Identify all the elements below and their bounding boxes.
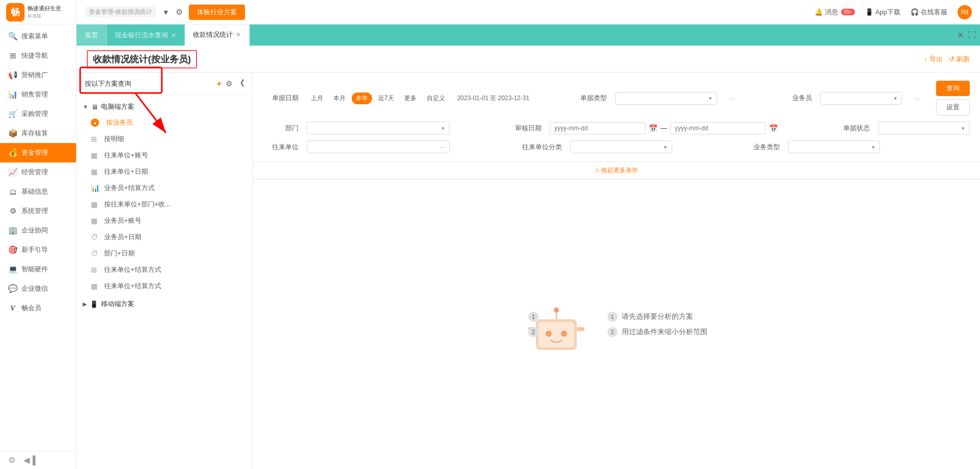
sidebar-item-system[interactable]: ⚙ 系统管理 — [0, 201, 76, 221]
panel-collapse-icon[interactable]: 《 — [236, 79, 244, 88]
tab-receipts-close-icon[interactable]: ✕ — [236, 31, 241, 38]
sidebar-item-quicknav[interactable]: ⊞ 快捷导航 — [0, 46, 76, 65]
tip-number-1: 1 — [607, 312, 618, 322]
scheme-item-sales-date[interactable]: ⏱ 业务员+日期 — [77, 229, 252, 245]
doc-type-more-icon[interactable]: ··· — [729, 95, 735, 102]
logo-name: 畅捷通好生意 — [28, 5, 61, 12]
unit-settlement2-icon: ▦ — [91, 282, 100, 290]
review-date-to-input[interactable] — [670, 122, 766, 134]
sidebar-item-purchase[interactable]: 🛒 采购管理 — [0, 104, 76, 124]
date-tab-custom[interactable]: 自定义 — [423, 92, 449, 104]
sidebar-item-wechat[interactable]: 💬 企业微信 — [0, 279, 76, 298]
scheme-item-unit-date-label: 往来单位+日期 — [104, 167, 148, 176]
review-date-from-input[interactable] — [550, 122, 646, 134]
doc-status-select[interactable] — [878, 122, 970, 134]
collapse-bar[interactable]: ∧ 收起更多条件 — [253, 162, 980, 179]
sidebar-bottom: ⚙ ◀▐ — [0, 451, 76, 469]
scheme-item-unit-settlement1[interactable]: ⊞ 往来单位+结算方式 — [77, 262, 252, 278]
sidebar-item-hardware[interactable]: 💻 智能硬件 — [0, 260, 76, 279]
mobile-group-header[interactable]: ▶ 📱 移动端方案 — [77, 296, 252, 312]
scheme-section: ▼ 🖥 电脑端方案 ● 按业务员 ⊞ 按明细 ▦ 往来单位+账号 — [77, 95, 252, 318]
sidebar-item-label: 营销推广 — [21, 71, 48, 80]
online-service-action[interactable]: 🎧 在线客服 — [911, 8, 947, 17]
desktop-group-arrow-icon: ▼ — [83, 104, 88, 110]
export-button[interactable]: ↑ 导出 — [924, 55, 943, 64]
sidebar-item-basic[interactable]: 🗂 基础信息 — [0, 182, 76, 201]
tip-2-text: 用过滤条件来缩小分析范围 — [622, 327, 707, 337]
scheme-item-by-detail[interactable]: ⊞ 按明细 — [77, 131, 252, 147]
header-settings-icon[interactable]: ⚙ — [176, 7, 183, 17]
right-panel: 单据日期 上月 本月 本年 近7天 更多 自定义 2023-01-01 至 20… — [253, 73, 980, 469]
notifications-label: 消息 — [825, 8, 838, 17]
logo-icon: 畅 — [6, 3, 24, 21]
sidebar-item-inventory[interactable]: 📦 库存核算 — [0, 124, 76, 143]
partner-category-label: 往来单位分类 — [522, 143, 562, 152]
sidebar-item-finance[interactable]: 💰 资金管理 — [0, 143, 76, 162]
sales-settlement-icon: 📊 — [91, 184, 100, 192]
scheme-item-unit-account[interactable]: ▦ 往来单位+账号 — [77, 147, 252, 163]
scheme-item-unit-dept-recv[interactable]: ▦ 按往来单位+部门+收... — [77, 196, 252, 213]
tab-home[interactable]: 首页 — [77, 25, 107, 46]
scheme-item-sales-account[interactable]: ▦ 业务员+账号 — [77, 213, 252, 229]
sidebar-item-label: 搜索菜单 — [21, 32, 48, 41]
scheme-settings-icon[interactable]: ⚙ — [226, 79, 232, 88]
collapse-sidebar-icon[interactable]: ◀▐ — [23, 455, 35, 465]
export-icon: ↑ — [924, 55, 928, 63]
scheme-item-dept-date-label: 部门+日期 — [104, 249, 135, 258]
biz-type-select[interactable] — [788, 140, 880, 153]
scheme-item-by-salesperson[interactable]: ● 按业务员 — [77, 114, 252, 131]
sidebar-item-label: 畅会员 — [21, 303, 41, 313]
content-area: 按以下方案查询 + ⚙ 《 ▼ 🖥 电脑端方案 ● — [77, 73, 980, 469]
scheme-item-dept-date[interactable]: ⏱ 部门+日期 — [77, 245, 252, 262]
partner-more-icon[interactable]: ··· — [439, 143, 445, 151]
doc-type-select[interactable] — [615, 92, 717, 105]
query-button[interactable]: 查询 — [936, 81, 970, 96]
refresh-button[interactable]: ↺ 刷新 — [949, 55, 970, 64]
doc-status-select-wrapper — [878, 122, 970, 134]
scheme-item-unit-settlement2[interactable]: ▦ 往来单位+结算方式 — [77, 278, 252, 294]
sidebar-item-sales[interactable]: 📊 销售管理 — [0, 85, 76, 104]
tab-bank-close-icon[interactable]: ✕ — [171, 32, 176, 39]
date-tab-last-month[interactable]: 上月 — [307, 92, 327, 104]
scheme-item-sales-settlement[interactable]: 📊 业务员+结算方式 — [77, 180, 252, 196]
svg-text:2: 2 — [531, 329, 535, 336]
partner-category-select[interactable] — [570, 140, 672, 153]
dept-select[interactable] — [307, 122, 450, 134]
tab-receipts[interactable]: 收款情况统计 ✕ — [185, 25, 250, 46]
breadcrumb-dropdown-icon[interactable]: ▼ — [162, 8, 169, 16]
desktop-group-header[interactable]: ▼ 🖥 电脑端方案 — [77, 99, 252, 114]
sidebar-item-guide[interactable]: 🎯 新手引导 — [0, 240, 76, 260]
sales-icon: 📊 — [8, 90, 17, 99]
settings-bottom-icon[interactable]: ⚙ — [8, 455, 15, 465]
filter-settings-button[interactable]: 设置 — [936, 99, 970, 115]
date-tab-this-month[interactable]: 本月 — [329, 92, 350, 104]
app-download-label: App下载 — [875, 8, 900, 17]
sidebar-item-marketing[interactable]: 📢 营销推广 — [0, 65, 76, 85]
trial-button[interactable]: 体验行业方案 — [189, 5, 245, 20]
notifications-action[interactable]: 🔔 消息 99+ — [815, 8, 855, 17]
filter-row-3: 往来单位 ··· 往来单位分类 业务类型 — [263, 140, 970, 153]
date-tab-more[interactable]: 更多 — [400, 92, 421, 104]
salesperson-select[interactable] — [820, 92, 902, 105]
service-icon: 🎧 — [911, 8, 919, 16]
tab-expand-icon[interactable]: ⛶ — [968, 31, 976, 40]
date-tab-this-year[interactable]: 本年 — [352, 92, 372, 104]
mobile-group-label: 移动端方案 — [101, 299, 134, 309]
svg-point-2 — [546, 331, 552, 337]
tab-bank[interactable]: 现金银行流水查询 ✕ — [107, 25, 185, 46]
sidebar-item-search[interactable]: 🔍 搜索菜单 — [0, 27, 76, 46]
tab-close-all-icon[interactable]: ✕ — [957, 30, 964, 40]
date-tab-7days[interactable]: 近7天 — [374, 92, 398, 104]
add-scheme-icon[interactable]: + — [217, 79, 222, 88]
unit-dept-recv-icon: ▦ — [91, 200, 100, 208]
app-download-action[interactable]: 📱 App下载 — [865, 8, 900, 17]
sidebar-item-member[interactable]: V 畅会员 — [0, 298, 76, 318]
refresh-icon: ↺ — [949, 55, 954, 63]
user-avatar[interactable]: Rit — [958, 5, 972, 19]
partner-label: 往来单位 — [263, 143, 299, 152]
sidebar-item-operations[interactable]: 📈 经营管理 — [0, 162, 76, 182]
sidebar-item-enterprise[interactable]: 🏢 企业协同 — [0, 221, 76, 240]
scheme-item-unit-date[interactable]: ▦ 往来单位+日期 — [77, 163, 252, 180]
salesperson-more-icon[interactable]: ··· — [914, 95, 920, 102]
empty-tips: 1 请先选择要分析的方案 2 用过滤条件来缩小分析范围 — [607, 312, 707, 337]
